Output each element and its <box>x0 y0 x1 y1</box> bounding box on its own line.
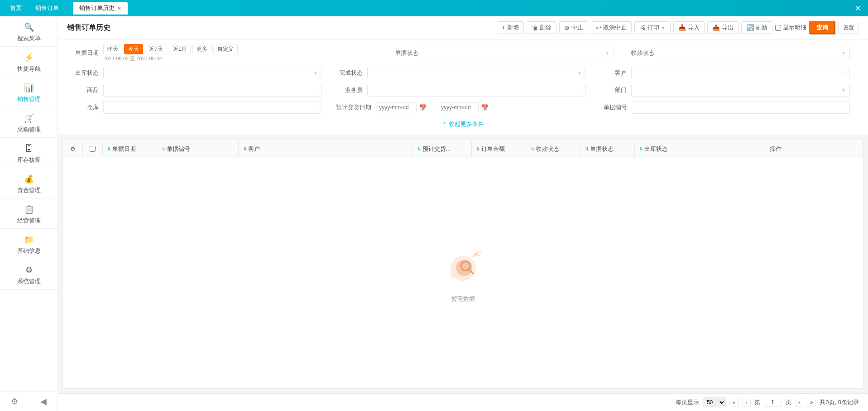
goods-label: 商品 <box>67 86 103 94</box>
warehouse-dots-icon: ··· <box>312 104 317 111</box>
sidebar-item-purchase-mgmt[interactable]: 🛒 采购管理 <box>0 107 58 138</box>
page-input[interactable] <box>764 398 782 407</box>
export-button[interactable]: 📤 导出 <box>707 21 739 34</box>
sidebar-item-business-mgmt[interactable]: 📋 经营管理 <box>0 198 58 229</box>
cancel-stop-icon: ↩ <box>596 24 601 31</box>
date-btn-more[interactable]: 更多 <box>192 44 211 54</box>
table-select-all[interactable] <box>90 146 96 152</box>
calendar-end-icon[interactable]: 📅 <box>481 104 489 111</box>
sort-order-status-icon: ⇅ <box>585 146 589 151</box>
table-col-delivery[interactable]: ⇅ 预计交货... <box>413 141 472 157</box>
order-number-field[interactable] <box>632 101 850 114</box>
sort-number-icon: ⇅ <box>162 146 165 151</box>
sidebar-item-quick-nav[interactable]: ⚡ 快捷导航 <box>0 47 58 77</box>
warehouse-label: 仓库 <box>67 103 103 111</box>
query-button[interactable]: 查询 <box>809 21 835 34</box>
sidebar-item-inventory[interactable]: 🗄 库存核算 <box>0 138 58 168</box>
sort-pay-status-icon: ⇅ <box>531 146 534 151</box>
order-status-field[interactable]: ▼ <box>423 47 614 59</box>
table-col-order-status[interactable]: ⇅ 单据状态 <box>580 141 635 157</box>
date-range-display: 2023-06-02 至 2023-06-02 <box>103 55 378 62</box>
date-btn-today[interactable]: 今天 <box>124 44 143 54</box>
purchase-mgmt-icon: 🛒 <box>24 113 34 124</box>
sidebar-item-base-info[interactable]: 📁 基础信息 <box>0 229 58 259</box>
sidebar-collapse-icon[interactable]: ◀ <box>40 396 47 406</box>
sidebar-item-system-mgmt[interactable]: ⚙ 系统管理 <box>0 259 58 290</box>
sidebar-item-search-menu[interactable]: 🔍 搜索菜单 <box>0 16 58 47</box>
table-settings-icon[interactable]: ⚙ <box>70 145 76 152</box>
display-detail-input[interactable] <box>775 25 781 31</box>
last-page-button[interactable]: » <box>807 398 816 407</box>
print-button[interactable]: 🖨 打印 ▼ <box>634 21 671 34</box>
tab-sales-order-close[interactable]: ✕ <box>62 5 66 11</box>
import-button[interactable]: 📥 导入 <box>673 21 705 34</box>
cancel-stop-button[interactable]: ↩ 取消中止 <box>591 21 632 34</box>
delete-button[interactable]: 🗑 删除 <box>527 21 556 34</box>
out-status-arrow-icon: ▼ <box>313 71 318 76</box>
display-detail-checkbox[interactable]: 显示明细 <box>775 24 806 32</box>
sort-date-icon: ⇅ <box>107 146 111 151</box>
delivery-date-label: 预计交货日期 <box>331 103 376 111</box>
delivery-date-start[interactable] <box>376 102 417 112</box>
goods-dots-icon: ··· <box>313 87 318 94</box>
table-col-customer[interactable]: ⇅ 客户 <box>239 141 413 157</box>
page-label: 页 <box>786 398 791 406</box>
order-status-arrow-icon: ▼ <box>605 51 609 56</box>
goods-field[interactable]: ··· <box>103 84 322 97</box>
per-page-select[interactable]: 10 20 50 100 <box>703 397 726 407</box>
table-col-action: 操作 <box>689 141 863 157</box>
tab-sales-order[interactable]: 销售订单 ✕ <box>29 2 72 15</box>
dept-label: 部门 <box>595 86 631 94</box>
sidebar-bottom: ⚙ ◀ <box>0 392 58 411</box>
tab-sales-order-history[interactable]: 销售订单历史 ✕ <box>73 2 128 15</box>
salesperson-label: 业务员 <box>331 86 367 94</box>
pay-status-arrow-icon: ▼ <box>841 51 846 56</box>
table-col-number[interactable]: ⇅ 单据编号 <box>157 141 239 157</box>
window-close-button[interactable]: ✕ <box>851 2 864 15</box>
tab-sales-order-history-close[interactable]: ✕ <box>117 5 121 11</box>
date-btn-yesterday[interactable]: 昨天 <box>103 44 122 54</box>
settings-button[interactable]: 设置 <box>838 22 859 34</box>
pay-status-field[interactable]: ▼ <box>659 47 850 59</box>
calendar-start-icon[interactable]: 📅 <box>419 104 427 111</box>
base-info-icon: 📁 <box>24 234 34 245</box>
table-col-date[interactable]: ⇅ 单据日期 <box>103 141 157 157</box>
sales-mgmt-icon: 📊 <box>24 82 34 93</box>
date-btn-custom[interactable]: 自定义 <box>213 44 238 54</box>
per-page-label: 每页显示 <box>676 398 699 406</box>
salesperson-field[interactable]: ··· <box>367 84 586 97</box>
date-btn-1month[interactable]: 近1月 <box>169 44 191 54</box>
collapse-up-icon: ⌃ <box>442 121 447 128</box>
business-mgmt-icon: 📋 <box>24 204 34 215</box>
first-page-button[interactable]: « <box>729 398 739 407</box>
sidebar-item-capital-mgmt[interactable]: 💰 资金管理 <box>0 168 58 198</box>
warehouse-field[interactable]: ··· <box>103 101 321 114</box>
collapse-filters-button[interactable]: ⌃ 收起更多条件 <box>67 118 859 130</box>
customer-field[interactable]: ··· <box>631 67 850 79</box>
delivery-date-end[interactable] <box>438 102 479 112</box>
date-btn-7days[interactable]: 近7天 <box>145 44 167 54</box>
sidebar-settings-icon[interactable]: ⚙ <box>11 396 18 406</box>
dept-field[interactable]: ▼ <box>631 84 850 97</box>
table-col-pay-status[interactable]: ⇅ 收款状态 <box>526 141 580 157</box>
complete-status-arrow-icon: ▼ <box>577 71 582 76</box>
print-icon: 🖨 <box>639 24 646 31</box>
sidebar-item-sales-mgmt[interactable]: 📊 销售管理 <box>0 77 58 107</box>
refresh-button[interactable]: 🔄 刷新 <box>741 21 772 34</box>
complete-status-field[interactable]: ▼ <box>367 67 586 79</box>
export-icon: 📤 <box>712 24 720 31</box>
prev-page-button[interactable]: ‹ <box>743 398 751 407</box>
out-status-field[interactable]: ▼ <box>103 67 322 79</box>
table-col-amount[interactable]: ⇅ 订单金额 <box>472 141 526 157</box>
stop-icon: ⊘ <box>564 24 570 31</box>
table-col-settings[interactable]: ⚙ <box>63 142 83 156</box>
sort-amount-icon: ⇅ <box>476 146 480 151</box>
next-page-button[interactable]: › <box>795 398 803 407</box>
refresh-icon: 🔄 <box>746 24 754 31</box>
tab-home[interactable]: 首页 <box>4 2 28 15</box>
new-button[interactable]: + 新增 <box>497 21 524 34</box>
order-number-label: 单据编号 <box>595 103 632 111</box>
stop-button[interactable]: ⊘ 中止 <box>559 21 588 34</box>
table-col-out-status[interactable]: ⇅ 出库状态 <box>635 141 689 157</box>
table-col-checkbox[interactable] <box>83 142 103 155</box>
